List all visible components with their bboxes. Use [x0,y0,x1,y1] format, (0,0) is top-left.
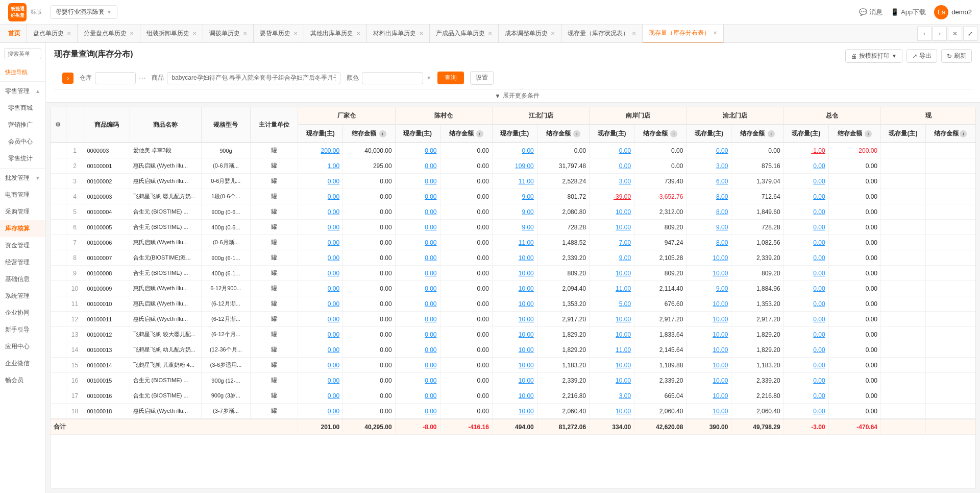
warehouse-input[interactable] [95,72,136,84]
row-jb-stock[interactable]: 0.00 [492,143,537,158]
row-fac-stock[interactable]: 0.00 [298,358,343,373]
row-yb-stock[interactable]: 9.00 [687,220,731,235]
row-jb-stock[interactable]: 10.00 [492,388,537,404]
row-na-stock[interactable]: 11.00 [590,281,634,296]
row-total-stock[interactable]: -1.00 [783,143,828,158]
row-na-stock[interactable]: 10.00 [590,204,634,220]
row-na-stock[interactable]: 3.00 [590,174,634,189]
row-chen-stock[interactable]: 0.00 [395,358,440,373]
row-fac-stock[interactable]: 0.00 [298,281,343,296]
user-area[interactable]: Ea demo2 [934,5,972,19]
row-yb-stock[interactable]: 8.00 [687,204,731,220]
tab-order[interactable]: 要货单历史 ✕ [254,25,304,43]
row-na-stock[interactable]: 10.00 [590,266,634,281]
sidebar-item-finance[interactable]: 资金管理 [0,237,45,254]
row-total-stock[interactable]: 0.00 [783,358,828,373]
org-selector[interactable]: 母婴行业演示陈套 ▼ [50,5,117,19]
message-button[interactable]: 💬 消息 [859,8,883,17]
sidebar-item-operations[interactable]: 经营管理 [0,254,45,271]
sidebar-item-basic-info[interactable]: 基础信息 [0,271,45,288]
row-fac-stock[interactable]: 0.00 [298,250,343,266]
row-na-stock[interactable]: 9.00 [590,250,634,266]
gear-icon[interactable]: ⚙ [55,121,61,128]
tab-next-button[interactable]: › [933,27,947,41]
row-na-stock[interactable]: 10.00 [590,358,634,373]
tab-stock-status[interactable]: 现存量（库存状况表） ✕ [561,25,643,43]
row-na-stock[interactable]: 0.00 [590,158,634,174]
row-total-stock[interactable]: 0.00 [783,174,828,189]
app-download-button[interactable]: 📱 App下载 [891,8,926,17]
row-na-stock[interactable]: 10.00 [590,220,634,235]
sidebar-item-marketing[interactable]: 营销推广 [0,116,45,133]
tab-assemble[interactable]: 组装拆卸单历史 ✕ [140,25,203,43]
sidebar-item-nav[interactable]: 快捷导航 [0,64,45,80]
row-fac-stock[interactable]: 0.00 [298,174,343,189]
sidebar-item-member[interactable]: 会员中心 [0,133,45,150]
tab-stock-dist[interactable]: 现存量（库存分布表） ✕ [643,25,724,43]
row-na-stock[interactable]: -39.00 [590,189,634,204]
row-na-stock[interactable]: 0.00 [590,143,634,158]
row-fac-stock[interactable]: 0.00 [298,312,343,327]
row-total-stock[interactable]: 0.00 [783,220,828,235]
row-total-stock[interactable]: 0.00 [783,189,828,204]
row-chen-stock[interactable]: 0.00 [395,204,440,220]
tab-cost-adjust-close[interactable]: ✕ [551,31,555,36]
row-jb-stock[interactable]: 10.00 [492,404,537,419]
row-jb-stock[interactable]: 109.00 [492,158,537,174]
row-chen-stock[interactable]: 0.00 [395,327,440,342]
row-jb-stock[interactable]: 11.00 [492,235,537,250]
row-fac-stock[interactable]: 0.00 [298,220,343,235]
row-chen-stock[interactable]: 0.00 [395,312,440,327]
total-amt-info-icon[interactable]: i [865,130,872,137]
row-na-stock[interactable]: 3.00 [590,388,634,404]
row-na-stock[interactable]: 10.00 [590,312,634,327]
row-yb-stock[interactable]: 10.00 [687,250,731,266]
sidebar-item-enterprise[interactable]: 企业协同 [0,304,45,321]
row-chen-stock[interactable]: 0.00 [395,250,440,266]
row-chen-stock[interactable]: 0.00 [395,342,440,358]
tab-cost-adjust[interactable]: 成本调整单历史 ✕ [499,25,561,43]
expand-button[interactable]: ▼ 展开更多条件 [495,91,540,100]
sidebar-item-member-plus[interactable]: 畅会员 [0,372,45,389]
na-amt-info-icon[interactable]: i [670,130,677,137]
fac-amt-info-icon[interactable]: i [379,130,386,137]
tab-product-in-close[interactable]: ✕ [488,31,492,36]
row-chen-stock[interactable]: 0.00 [395,266,440,281]
row-yb-stock[interactable]: 10.00 [687,296,731,312]
row-chen-stock[interactable]: 0.00 [395,189,440,204]
row-fac-stock[interactable]: 0.00 [298,204,343,220]
row-total-stock[interactable]: 0.00 [783,342,828,358]
row-yb-stock[interactable]: 10.00 [687,373,731,388]
row-yb-stock[interactable]: 10.00 [687,312,731,327]
tab-material-out-close[interactable]: ✕ [419,31,423,36]
row-yb-stock[interactable]: 3.00 [687,158,731,174]
row-na-stock[interactable]: 5.00 [590,296,634,312]
tab-disk2[interactable]: 分量盘点单历史 ✕ [78,25,140,43]
row-chen-stock[interactable]: 0.00 [395,143,440,158]
tab-material-out[interactable]: 材料出库单历史 ✕ [367,25,430,43]
tab-close-all-button[interactable]: ✕ [948,27,962,41]
row-chen-stock[interactable]: 0.00 [395,373,440,388]
row-jb-stock[interactable]: 10.00 [492,296,537,312]
yb-amt-info-icon[interactable]: i [768,130,775,137]
tab-order-close[interactable]: ✕ [293,31,298,36]
sidebar-item-wholesale[interactable]: 批发管理 ▼ [0,170,45,186]
refresh-button[interactable]: ↻ 刷新 [941,49,972,63]
row-fac-stock[interactable]: 1.00 [298,158,343,174]
row-chen-stock[interactable]: 0.00 [395,404,440,419]
row-yb-stock[interactable]: 10.00 [687,327,731,342]
sidebar-item-retail-stats[interactable]: 零售统计 [0,150,45,167]
row-total-stock[interactable]: 0.00 [783,204,828,220]
row-total-stock[interactable]: 0.00 [783,388,828,404]
cur-amt-info-icon[interactable]: i [960,130,967,137]
goods-input[interactable] [167,72,340,84]
row-fac-stock[interactable]: 0.00 [298,342,343,358]
chen-amt-info-icon[interactable]: i [476,130,483,137]
row-jb-stock[interactable]: 9.00 [492,189,537,204]
row-chen-stock[interactable]: 0.00 [395,158,440,174]
row-yb-stock[interactable]: 9.00 [687,281,731,296]
row-jb-stock[interactable]: 9.00 [492,204,537,220]
row-total-stock[interactable]: 0.00 [783,281,828,296]
row-yb-stock[interactable]: 10.00 [687,388,731,404]
sidebar-item-sys-mgmt[interactable]: 系统管理 [0,288,45,304]
